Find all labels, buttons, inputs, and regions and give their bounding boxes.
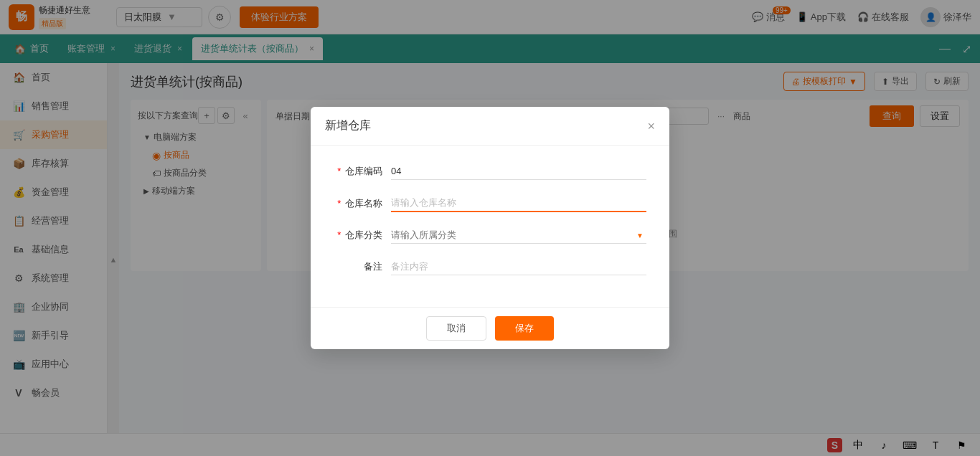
- modal-overlay[interactable]: 新增仓库 × * 仓库编码 04 * 仓库名称: [0, 0, 980, 456]
- code-label-text: 仓库编码: [345, 166, 382, 176]
- modal-close-button[interactable]: ×: [647, 120, 655, 133]
- form-row-code: * 仓库编码 04: [334, 163, 646, 180]
- category-required-star: *: [337, 229, 341, 240]
- modal-footer: 取消 保存: [311, 307, 669, 349]
- form-row-remark: 备注: [334, 258, 646, 275]
- name-label: * 仓库名称: [334, 197, 391, 210]
- form-row-category: * 仓库分类: [334, 227, 646, 244]
- name-label-text: 仓库名称: [345, 198, 382, 209]
- add-warehouse-modal: 新增仓库 × * 仓库编码 04 * 仓库名称: [311, 107, 669, 349]
- modal-header: 新增仓库 ×: [311, 107, 669, 146]
- modal-title: 新增仓库: [325, 118, 371, 133]
- category-label-text: 仓库分类: [345, 229, 382, 240]
- code-label: * 仓库编码: [334, 165, 391, 178]
- modal-body: * 仓库编码 04 * 仓库名称 * 仓库分类: [311, 146, 669, 307]
- code-required-star: *: [337, 166, 341, 176]
- category-select-wrapper: [391, 227, 646, 244]
- code-value-wrapper: 04: [391, 163, 646, 180]
- remark-label-text: 备注: [364, 261, 382, 272]
- category-select-input[interactable]: [391, 227, 646, 243]
- remark-label: 备注: [334, 260, 391, 273]
- name-required-star: *: [337, 198, 341, 209]
- category-label: * 仓库分类: [334, 229, 391, 242]
- cancel-button[interactable]: 取消: [426, 316, 486, 341]
- warehouse-name-input[interactable]: [391, 194, 646, 212]
- code-value: 04: [391, 166, 401, 176]
- form-row-name: * 仓库名称: [334, 194, 646, 212]
- save-button[interactable]: 保存: [495, 316, 554, 341]
- remark-input[interactable]: [391, 258, 646, 275]
